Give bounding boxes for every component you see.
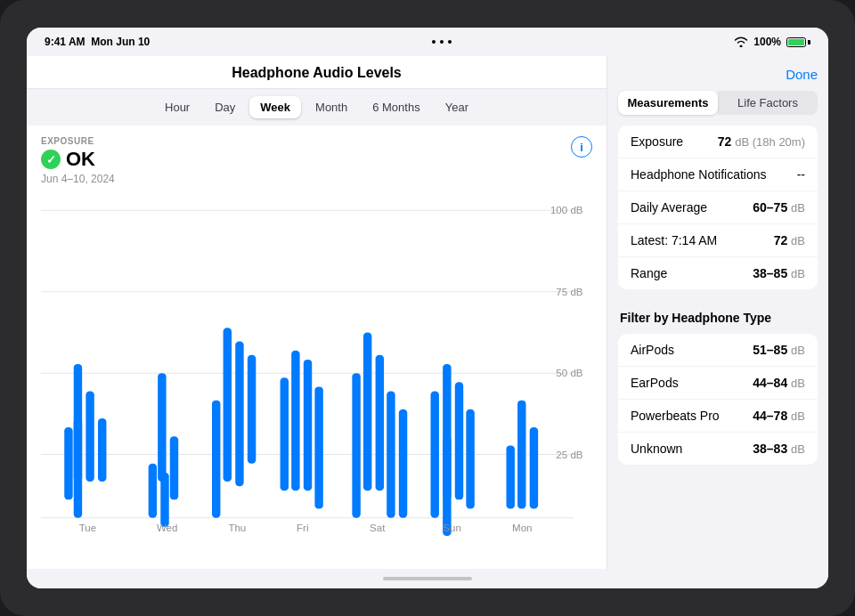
battery-icon: [786, 37, 810, 47]
filter-value-powerbeats: 44–78 dB: [753, 409, 805, 423]
svg-rect-17: [160, 473, 168, 527]
measurement-label-notifications: Headphone Notifications: [631, 167, 767, 182]
measurements-card: Exposure 72 dB (18h 20m) Headphone Notif…: [618, 126, 818, 289]
measurement-value-daily: 60–75 dB: [753, 200, 805, 215]
svg-rect-22: [291, 351, 299, 490]
ipad-screen: 9:41 AM Mon Jun 10 100%: [27, 28, 828, 588]
status-time: 9:41 AM Mon Jun 10: [45, 36, 150, 48]
svg-rect-38: [506, 445, 514, 508]
chart-area: EXPOSURE ✓ OK Jun 4–10, 2024 i: [27, 126, 607, 569]
measurement-row-notifications: Headphone Notifications --: [618, 158, 818, 191]
exposure-label: EXPOSURE: [41, 136, 592, 146]
status-bar: 9:41 AM Mon Jun 10 100%: [27, 28, 828, 56]
filter-label-airpods: AirPods: [631, 343, 674, 357]
tab-hour[interactable]: Hour: [154, 96, 200, 118]
svg-text:50 dB: 50 dB: [556, 368, 582, 378]
svg-rect-21: [212, 401, 220, 518]
right-header: Done: [607, 56, 828, 84]
svg-rect-36: [517, 401, 525, 509]
svg-rect-26: [363, 332, 371, 490]
svg-text:25 dB: 25 dB: [556, 450, 582, 460]
home-indicator: [27, 569, 828, 588]
svg-rect-15: [170, 436, 178, 499]
svg-rect-14: [158, 373, 166, 482]
svg-text:100 dB: 100 dB: [550, 206, 583, 216]
ok-badge: ✓: [41, 150, 61, 169]
filter-label-unknown: Unknown: [631, 442, 682, 456]
tab-measurements[interactable]: Measurements: [618, 91, 718, 115]
svg-rect-29: [387, 391, 395, 517]
measurement-value-range: 38–85 dB: [753, 266, 805, 280]
measurement-value-notifications: --: [797, 167, 805, 182]
filter-label-powerbeats: Powerbeats Pro: [631, 409, 720, 423]
ipad-frame: 9:41 AM Mon Jun 10 100%: [0, 0, 855, 616]
svg-rect-27: [376, 355, 384, 490]
svg-rect-30: [399, 409, 407, 518]
filter-title: Filter by Headphone Type: [618, 305, 818, 330]
home-bar: [383, 577, 472, 580]
svg-rect-10: [86, 391, 94, 482]
filter-row-airpods: AirPods 51–85 dB: [618, 334, 818, 367]
svg-rect-23: [304, 360, 312, 490]
svg-rect-11: [98, 418, 106, 482]
svg-text:Wed: Wed: [157, 523, 177, 533]
svg-rect-28: [352, 373, 360, 518]
tab-year[interactable]: Year: [435, 96, 479, 118]
svg-text:Sat: Sat: [370, 523, 386, 533]
tab-6months[interactable]: 6 Months: [362, 96, 430, 118]
filter-value-earpods: 44–84 dB: [753, 376, 805, 390]
measurement-value-latest: 72 dB: [774, 233, 805, 247]
filter-row-powerbeats: Powerbeats Pro 44–78 dB: [618, 400, 818, 433]
wifi-icon: [734, 36, 748, 47]
status-right: 100%: [734, 36, 810, 48]
svg-text:Tue: Tue: [79, 523, 96, 533]
info-button[interactable]: i: [571, 136, 592, 158]
svg-text:Mon: Mon: [512, 523, 532, 533]
svg-text:Fri: Fri: [297, 523, 308, 533]
status-dots: [432, 40, 452, 44]
svg-text:Thu: Thu: [228, 523, 246, 533]
right-panel: Done Measurements Life Factors Exposure …: [607, 56, 828, 569]
svg-rect-33: [430, 391, 438, 517]
svg-rect-25: [314, 386, 322, 508]
measurement-label-range: Range: [631, 266, 667, 280]
svg-rect-16: [149, 464, 157, 518]
svg-rect-32: [455, 382, 463, 499]
measurement-row-daily: Daily Average 60–75 dB: [618, 191, 818, 224]
left-panel: Headphone Audio Levels Hour Day Week Mon…: [27, 56, 607, 569]
measurement-row-range: Range 38–85 dB: [618, 257, 818, 289]
tab-day[interactable]: Day: [204, 96, 246, 118]
tab-week[interactable]: Week: [249, 96, 301, 118]
svg-rect-18: [224, 328, 232, 482]
filter-row-unknown: Unknown 38–83 dB: [618, 433, 818, 465]
battery-percent: 100%: [753, 36, 781, 48]
filter-section: Filter by Headphone Type AirPods 51–85 d…: [607, 298, 828, 472]
date-range: Jun 4–10, 2024: [41, 173, 592, 185]
svg-rect-13: [74, 418, 82, 518]
measurement-label-daily: Daily Average: [631, 200, 707, 215]
chart-header: Headphone Audio Levels: [27, 56, 607, 89]
done-button[interactable]: Done: [786, 65, 818, 84]
measurement-value-exposure: 72 dB (18h 20m): [718, 134, 805, 149]
main-content: Headphone Audio Levels Hour Day Week Mon…: [27, 56, 828, 569]
svg-rect-12: [64, 427, 72, 499]
filter-label-earpods: EarPods: [631, 376, 679, 390]
measurement-row-latest: Latest: 7:14 AM 72 dB: [618, 224, 818, 257]
exposure-status: ✓ OK: [41, 148, 592, 171]
measurement-row-exposure: Exposure 72 dB (18h 20m): [618, 126, 818, 158]
svg-rect-34: [466, 409, 474, 509]
measurements-section: Exposure 72 dB (18h 20m) Headphone Notif…: [607, 118, 828, 298]
page-title: Headphone Audio Levels: [45, 65, 589, 81]
ok-text: OK: [66, 148, 95, 171]
svg-rect-24: [281, 377, 289, 490]
tab-life-factors[interactable]: Life Factors: [718, 91, 818, 115]
svg-rect-19: [235, 342, 243, 487]
filter-value-airpods: 51–85 dB: [753, 343, 805, 357]
svg-text:75 dB: 75 dB: [556, 287, 582, 297]
tab-month[interactable]: Month: [305, 96, 358, 118]
svg-rect-35: [443, 436, 451, 536]
svg-rect-20: [248, 355, 256, 464]
filter-row-earpods: EarPods 44–84 dB: [618, 367, 818, 400]
time-tabs: Hour Day Week Month 6 Months Year: [27, 89, 607, 126]
svg-text:Sun: Sun: [443, 523, 461, 533]
